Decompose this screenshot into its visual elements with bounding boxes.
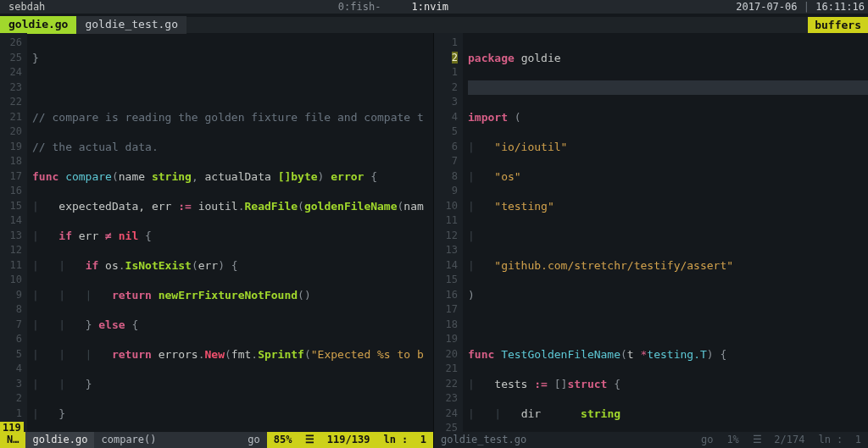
tab-goldie-test-go[interactable]: goldie_test.go bbox=[76, 16, 186, 34]
mode-indicator: N… bbox=[0, 432, 25, 448]
status-filetype-right: go bbox=[694, 432, 720, 448]
tmux-window-list: 0:fish- 1:nvim bbox=[50, 0, 736, 14]
code-right[interactable]: package goldie import ( | "io/ioutil" | … bbox=[463, 33, 868, 432]
cursor-marker: 2 bbox=[452, 52, 458, 64]
code-left[interactable]: } // compare is reading the golden fixtu… bbox=[27, 33, 433, 432]
bufferline-label[interactable]: buffers bbox=[808, 17, 868, 34]
current-line-number: 119 bbox=[0, 422, 24, 432]
vim-tabline: goldie.go goldie_test.go buffers bbox=[0, 17, 868, 33]
pane-left[interactable]: 26 25 24 23 22 21 20 19 18 17 16 15 14 1… bbox=[0, 33, 434, 432]
tmux-clock: 2017-07-0616:11:16 bbox=[736, 0, 865, 14]
gutter-left: 26 25 24 23 22 21 20 19 18 17 16 15 14 1… bbox=[0, 33, 27, 432]
tmux-window-1[interactable]: 1:nvim bbox=[411, 1, 448, 13]
statusline-right: goldie_test.go go 1% ☰ 2/174 ln : 1 bbox=[434, 432, 868, 448]
status-position-right: ☰ 2/174 bbox=[746, 432, 812, 448]
status-line-col: ln : 1 bbox=[376, 432, 433, 448]
status-line-col-right: ln : 1 bbox=[811, 432, 868, 448]
statusline-row: N… goldie.go compare() go 85% ☰ 119/139 … bbox=[0, 432, 868, 448]
status-position: ☰ 119/139 bbox=[298, 432, 376, 448]
tmux-session-name: sebdah bbox=[3, 0, 50, 14]
gutter-right: 1 2 1 2 3 4 5 6 7 8 9 10 11 12 13 14 15 … bbox=[434, 33, 463, 432]
pane-right[interactable]: 1 2 1 2 3 4 5 6 7 8 9 10 11 12 13 14 15 … bbox=[434, 33, 868, 432]
status-filename-right: goldie_test.go bbox=[434, 432, 533, 448]
tmux-status-bar: sebdah 0:fish- 1:nvim 2017-07-0616:11:16 bbox=[0, 0, 868, 17]
tab-goldie-go[interactable]: goldie.go bbox=[0, 16, 76, 34]
status-filename: goldie.go bbox=[25, 432, 94, 448]
status-funcname: compare() bbox=[94, 432, 163, 448]
status-percent: 85% bbox=[267, 432, 299, 448]
tmux-window-0[interactable]: 0:fish- bbox=[338, 1, 381, 13]
editor-panes: 26 25 24 23 22 21 20 19 18 17 16 15 14 1… bbox=[0, 33, 868, 432]
status-percent-right: 1% bbox=[720, 432, 745, 448]
status-filetype: go bbox=[241, 432, 266, 448]
statusline-left: N… goldie.go compare() go 85% ☰ 119/139 … bbox=[0, 432, 434, 448]
